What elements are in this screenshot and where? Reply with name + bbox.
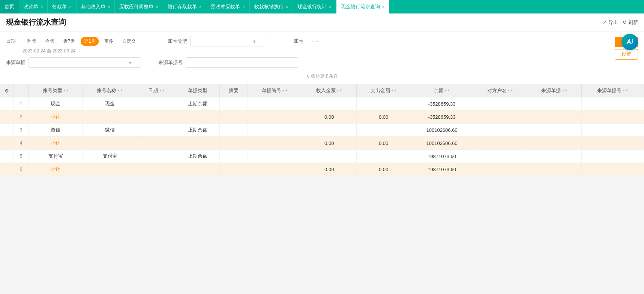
header-actions: ↗ 导出 ↺ 刷新	[603, 19, 638, 26]
td-counterparty	[473, 110, 527, 124]
td-expense	[356, 150, 411, 163]
table-row[interactable]: 4 小计 0.00 0.00 100102606.60	[0, 137, 644, 150]
td-balance: 100102606.60	[411, 137, 473, 150]
date-btn-7days[interactable]: 近7天	[60, 37, 78, 46]
table-row[interactable]: 2 小计 0.00 0.00 -3528659.33	[0, 110, 644, 124]
nav-tab-cash-bank-flow[interactable]: 现金银行流水查询 ×	[336, 0, 389, 13]
date-btn-more[interactable]: 更多	[101, 37, 117, 46]
th-settings[interactable]: ⚙	[0, 84, 14, 97]
export-button[interactable]: ↗ 导出	[603, 19, 618, 26]
td-date	[137, 124, 176, 137]
page-title: 现金银行流水查询	[6, 17, 66, 27]
td-date	[137, 150, 176, 163]
table-row[interactable]: 6 小计 0.00 0.00 19871073.60	[0, 163, 644, 176]
nav-tab-bank-deposit[interactable]: 银行存取款单 ×	[163, 0, 206, 13]
setting-button[interactable]: 设置	[615, 49, 638, 60]
date-btn-1month[interactable]: 近1月	[81, 37, 99, 46]
nav-tab-receivable-payable[interactable]: 应收应付调整单 ×	[115, 0, 163, 13]
export-label: 导出	[608, 19, 618, 26]
ai-badge[interactable]: Ai	[621, 34, 638, 50]
td-counterparty	[473, 163, 527, 176]
td-doc-no	[248, 124, 302, 137]
sort-account-name-icon: ▲▼	[117, 89, 123, 92]
table-row[interactable]: 1 现金 现金 上期余额 -3528659.33	[0, 97, 644, 110]
nav-tab-advance-offset[interactable]: 预收冲应收单 ×	[206, 0, 249, 13]
nav-tab-cash-bank-stat[interactable]: 现金银行统计 ×	[293, 0, 336, 13]
table-row[interactable]: 5 支付宝 支付宝 上期余额 19871073.60	[0, 150, 644, 163]
nav-tab-payment[interactable]: 付款单 ×	[48, 0, 76, 13]
td-date	[137, 110, 176, 124]
td-source-doc	[527, 163, 582, 176]
sort-counterparty-icon: ▲▼	[507, 89, 513, 92]
td-source-doc-no	[582, 150, 644, 163]
th-counterparty[interactable]: 对方户名 ▲▼	[473, 84, 527, 97]
nav-tab-payment-close[interactable]: ×	[69, 4, 71, 9]
table-settings-icon[interactable]: ⚙	[5, 88, 9, 94]
td-doc-no	[248, 137, 302, 150]
th-income[interactable]: 收入金额 ▲▼	[302, 84, 356, 97]
th-source-doc-no[interactable]: 来源单据号 ▲▼	[582, 84, 644, 97]
td-source-doc	[527, 110, 582, 124]
nav-tab-receipt[interactable]: 收款单 ×	[19, 0, 48, 13]
th-date[interactable]: 日期 ▲▼	[137, 84, 176, 97]
nav-tab-receipt-close[interactable]: ×	[41, 4, 43, 9]
td-doc-type	[176, 137, 219, 150]
td-row-actions	[0, 137, 14, 150]
filter-area: 日期 昨天 今天 近7天 近1月 更多 自定义 账号类型 ▾	[0, 31, 644, 84]
th-source-doc[interactable]: 来源单据 ▲▼	[527, 84, 582, 97]
collapse-bar[interactable]: ∧ 收起更多条件	[6, 72, 638, 81]
td-balance: 19871073.60	[411, 163, 473, 176]
nav-tab-home[interactable]: 首页	[0, 0, 19, 13]
nav-tab-other-income-close[interactable]: ×	[108, 4, 110, 9]
th-expense[interactable]: 支出金额 ▲▼	[356, 84, 411, 97]
td-account-type: 现金	[29, 97, 83, 110]
date-btn-custom[interactable]: 自定义	[119, 37, 139, 46]
td-income	[302, 150, 356, 163]
nav-tab-other-income[interactable]: 其他收入单 ×	[77, 0, 115, 13]
date-btn-today[interactable]: 今天	[42, 37, 58, 46]
td-row-num: 3	[14, 124, 29, 137]
date-btn-yesterday[interactable]: 昨天	[24, 37, 40, 46]
td-summary	[220, 150, 248, 163]
data-table: ⚙ 账号类型 ▲▼ 账号名称 ▲▼ 日期	[0, 84, 644, 176]
source-doc-no-filter-group: 来源单据号	[158, 57, 298, 68]
nav-tab-collection-execution[interactable]: 收款核销执行 ×	[250, 0, 293, 13]
source-doc-no-input[interactable]	[186, 57, 298, 68]
td-expense: 0.00	[356, 137, 411, 150]
nav-tab-bank-deposit-close[interactable]: ×	[199, 4, 201, 9]
source-doc-no-label: 来源单据号	[158, 59, 183, 66]
th-balance[interactable]: 余额 ▲▼	[411, 84, 473, 97]
td-summary	[220, 97, 248, 110]
date-filter-group: 日期 昨天 今天 近7天 近1月 更多 自定义	[6, 37, 139, 46]
td-date	[137, 97, 176, 110]
nav-tab-cash-bank-stat-close[interactable]: ×	[329, 4, 331, 9]
account-type-chevron-icon: ▾	[253, 39, 256, 44]
td-source-doc	[527, 124, 582, 137]
td-balance: -3528659.33	[411, 110, 473, 124]
td-source-doc	[527, 97, 582, 110]
nav-tab-receivable-payable-close[interactable]: ×	[156, 4, 158, 9]
table-row[interactable]: 3 微信 微信 上期余额 100102606.60	[0, 124, 644, 137]
account-type-select[interactable]: ▾	[190, 36, 265, 46]
td-expense	[356, 124, 411, 137]
source-doc-select[interactable]: ▾	[29, 57, 141, 68]
td-summary	[220, 110, 248, 124]
td-date	[137, 137, 176, 150]
th-doc-no[interactable]: 单据编号 ▲▼	[248, 84, 302, 97]
th-account-type[interactable]: 账号类型 ▲▼	[29, 84, 83, 97]
account-dots-button[interactable]: ···	[312, 38, 319, 45]
nav-tab-advance-offset-close[interactable]: ×	[242, 4, 245, 9]
td-counterparty	[473, 150, 527, 163]
nav-tab-collection-execution-close[interactable]: ×	[286, 4, 288, 9]
nav-tab-receipt-label: 收款单	[24, 3, 38, 10]
refresh-button[interactable]: ↺ 刷新	[623, 19, 638, 26]
th-account-name[interactable]: 账号名称 ▲▼	[83, 84, 137, 97]
account-filter-group: 账号 ···	[294, 38, 319, 45]
td-income	[302, 97, 356, 110]
sort-income-icon: ▲▼	[336, 89, 342, 92]
filter-row-1: 日期 昨天 今天 近7天 近1月 更多 自定义 账号类型 ▾	[6, 36, 607, 46]
td-doc-no	[248, 150, 302, 163]
nav-tab-cash-bank-flow-label: 现金银行流水查询	[341, 3, 380, 10]
collapse-label: 收起更多条件	[311, 73, 338, 79]
nav-tab-cash-bank-flow-close[interactable]: ×	[382, 4, 384, 9]
